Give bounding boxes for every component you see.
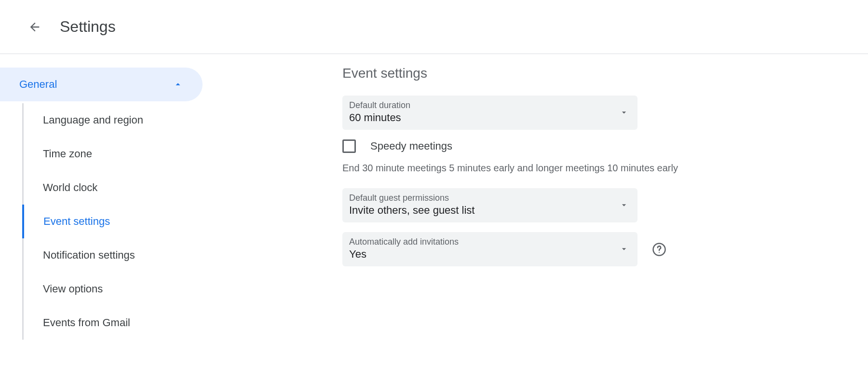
sidebar-item-notification-settings[interactable]: Notification settings [22, 238, 212, 272]
dropdown-value: Yes [349, 248, 459, 261]
sidebar-item-label: World clock [43, 181, 97, 194]
speedy-meetings-label: Speedy meetings [370, 140, 452, 152]
sidebar-item-label: Events from Gmail [43, 317, 130, 329]
speedy-meetings-description: End 30 minute meetings 5 minutes early a… [342, 163, 868, 174]
speedy-meetings-row: Speedy meetings [342, 139, 868, 153]
chevron-up-icon [173, 79, 183, 90]
sidebar-item-events-from-gmail[interactable]: Events from Gmail [22, 306, 212, 340]
auto-add-invitations-dropdown[interactable]: Automatically add invitations Yes [342, 232, 637, 266]
sidebar: General Language and region Time zone Wo… [0, 54, 212, 340]
caret-down-icon [619, 200, 629, 210]
sidebar-item-view-options[interactable]: View options [22, 272, 212, 306]
sidebar-item-label: Language and region [43, 114, 143, 126]
dropdown-value: 60 minutes [349, 111, 410, 124]
back-button[interactable] [23, 15, 46, 39]
dropdown-label: Default duration [349, 100, 410, 110]
section-title: Event settings [342, 66, 868, 81]
header-bar: Settings [0, 0, 868, 54]
speedy-meetings-checkbox[interactable] [342, 139, 356, 153]
sidebar-general-label: General [19, 78, 57, 91]
help-button[interactable] [652, 242, 666, 257]
sidebar-item-label: Notification settings [43, 249, 135, 262]
sidebar-item-label: View options [43, 283, 103, 295]
sidebar-item-language-and-region[interactable]: Language and region [22, 103, 212, 137]
sidebar-item-label: Time zone [43, 148, 92, 160]
svg-point-1 [659, 252, 660, 253]
dropdown-label: Default guest permissions [349, 193, 475, 203]
caret-down-icon [619, 108, 629, 117]
page-title: Settings [60, 18, 116, 36]
sidebar-item-event-settings[interactable]: Event settings [22, 205, 212, 238]
sidebar-item-world-clock[interactable]: World clock [22, 171, 212, 205]
sidebar-item-time-zone[interactable]: Time zone [22, 137, 212, 171]
caret-down-icon [619, 244, 629, 254]
dropdown-label: Automatically add invitations [349, 237, 459, 247]
guest-permissions-dropdown[interactable]: Default guest permissions Invite others,… [342, 188, 637, 222]
dropdown-value: Invite others, see guest list [349, 204, 475, 217]
content-area: Event settings Default duration 60 minut… [212, 54, 868, 340]
default-duration-dropdown[interactable]: Default duration 60 minutes [342, 96, 637, 130]
arrow-left-icon [28, 20, 41, 34]
sidebar-section-general[interactable]: General [0, 68, 203, 101]
sidebar-item-label: Event settings [43, 215, 110, 228]
sidebar-sublist: Language and region Time zone World cloc… [21, 103, 212, 340]
help-icon [652, 242, 666, 257]
